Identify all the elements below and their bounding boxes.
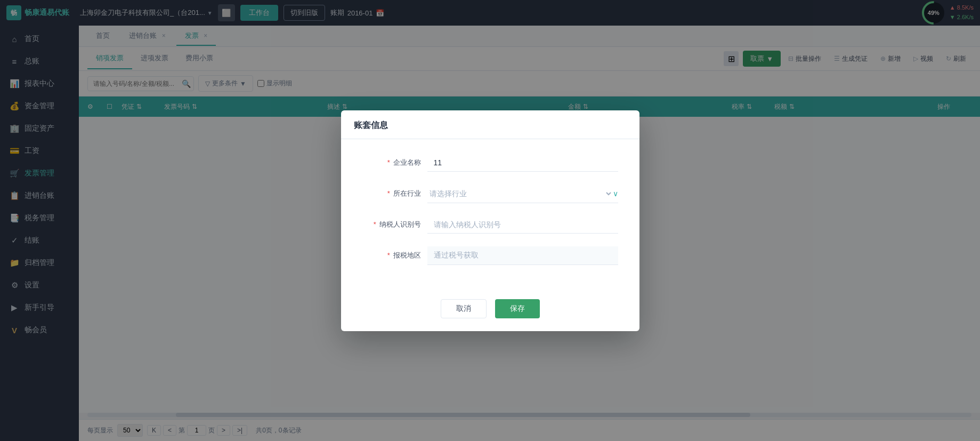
taxregion-label: * 报税地区 bbox=[362, 251, 421, 260]
dialog-body: * 企业名称 * 所在行业 请选择行业 ∨ bbox=[341, 139, 639, 293]
industry-dropdown-arrow: ∨ bbox=[613, 189, 618, 198]
save-button[interactable]: 保存 bbox=[495, 299, 540, 318]
taxregion-required-mark: * bbox=[387, 251, 390, 259]
dialog-title: 账套信息 bbox=[354, 121, 388, 130]
form-row-company: * 企业名称 bbox=[362, 154, 618, 172]
cancel-button[interactable]: 取消 bbox=[441, 299, 487, 318]
tax-id-input[interactable] bbox=[427, 216, 618, 234]
account-info-dialog: 账套信息 * 企业名称 * 所在行业 请选择行业 bbox=[341, 110, 639, 331]
dialog-footer: 取消 保存 bbox=[341, 299, 639, 318]
taxid-label: * 纳税人识别号 bbox=[362, 220, 421, 229]
form-row-industry: * 所在行业 请选择行业 ∨ bbox=[362, 185, 618, 203]
company-required-mark: * bbox=[387, 158, 390, 166]
company-name-input[interactable] bbox=[427, 154, 618, 172]
taxid-required-mark: * bbox=[374, 220, 376, 228]
industry-select[interactable]: 请选择行业 bbox=[427, 189, 613, 198]
form-row-taxregion: * 报税地区 通过税号获取 bbox=[362, 246, 618, 265]
industry-label: * 所在行业 bbox=[362, 189, 421, 198]
company-name-label: * 企业名称 bbox=[362, 158, 421, 167]
form-row-taxid: * 纳税人识别号 bbox=[362, 216, 618, 234]
dialog-header: 账套信息 bbox=[341, 110, 639, 139]
modal-overlay: 账套信息 * 企业名称 * 所在行业 请选择行业 bbox=[0, 0, 980, 441]
industry-required-mark: * bbox=[387, 189, 390, 197]
industry-select-wrap: 请选择行业 ∨ bbox=[427, 185, 618, 203]
tax-region-readonly: 通过税号获取 bbox=[427, 246, 618, 265]
